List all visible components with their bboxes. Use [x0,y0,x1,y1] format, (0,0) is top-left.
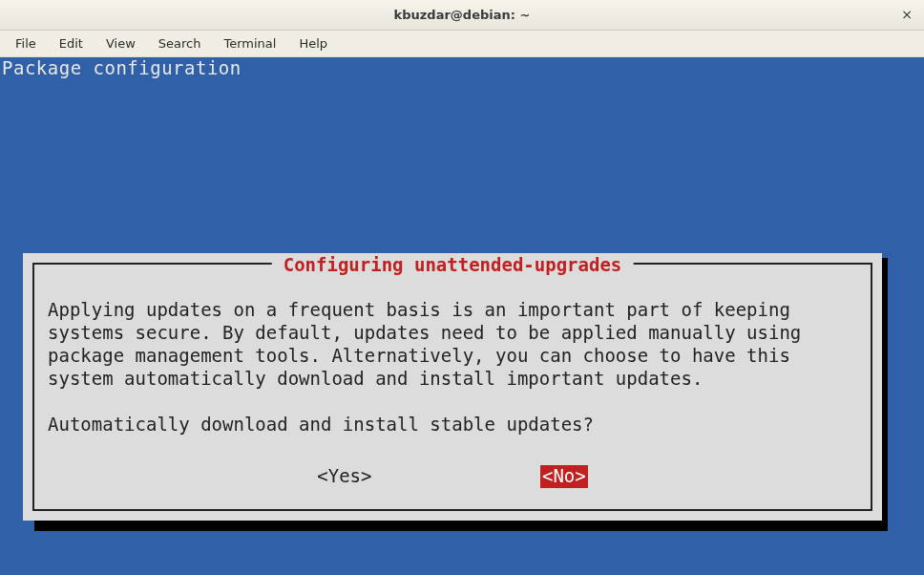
dialog-box: Configuring unattended-upgrades Applying… [23,253,882,521]
menu-file[interactable]: File [6,32,46,54]
menu-terminal[interactable]: Terminal [214,32,285,54]
menu-view[interactable]: View [96,32,145,54]
terminal-area: Package configuration Configuring unatte… [0,57,924,575]
menu-edit[interactable]: Edit [50,32,93,54]
yes-button[interactable]: <Yes> [317,465,371,488]
dialog-buttons: <Yes> <No> [23,465,882,488]
menu-search[interactable]: Search [149,32,211,54]
menu-help[interactable]: Help [289,32,337,54]
dialog-title: Configuring unattended-upgrades [272,254,634,277]
dialog-body: Applying updates on a frequent basis is … [48,299,857,459]
no-button[interactable]: <No> [540,465,588,488]
package-config-header: Package configuration [0,57,924,80]
window-title: kbuzdar@debian: ~ [394,8,531,22]
close-icon[interactable]: × [899,8,914,23]
window-titlebar: kbuzdar@debian: ~ × [0,0,924,31]
menubar: File Edit View Search Terminal Help [0,31,924,57]
dialog-question: Automatically download and install stabl… [48,414,857,437]
dialog-paragraph: Applying updates on a frequent basis is … [48,299,857,391]
